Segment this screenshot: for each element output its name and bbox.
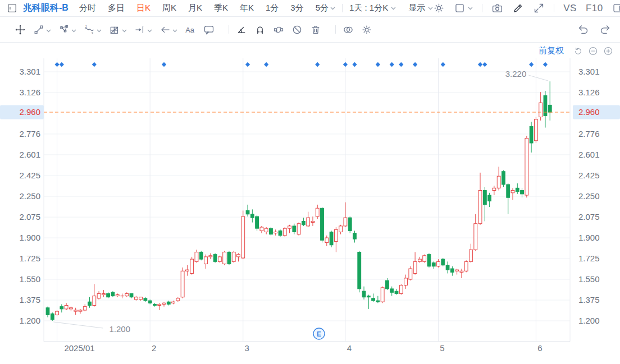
price-adjustment-mode[interactable]: 前复权	[539, 45, 564, 56]
event-marker[interactable]	[60, 62, 64, 67]
candle	[376, 296, 380, 303]
candle	[502, 171, 505, 187]
svg-text:2.960: 2.960	[19, 107, 40, 117]
candle	[325, 236, 329, 246]
candle	[404, 275, 408, 289]
continuous-draw-tool[interactable]	[273, 24, 284, 35]
candle	[111, 291, 115, 297]
event-marker[interactable]	[478, 62, 482, 67]
period-tab-年K[interactable]: 年K	[240, 3, 254, 13]
screenshot-camera[interactable]	[491, 2, 503, 14]
candle	[423, 255, 426, 263]
angle-tool[interactable]	[236, 24, 247, 35]
current-price-tag: 2.960	[0, 105, 44, 119]
price-arrow-tool[interactable]	[134, 24, 152, 35]
vs-compare-button[interactable]: VS	[563, 3, 577, 14]
candle	[65, 303, 68, 310]
candle	[372, 293, 375, 302]
draw-pencil[interactable]	[512, 2, 524, 14]
compare-overlay-tool[interactable]	[343, 24, 354, 35]
f10-info-button[interactable]: F10	[586, 3, 603, 14]
period-tab-多日[interactable]: 多日	[108, 3, 125, 13]
svg-text:1.375: 1.375	[578, 295, 600, 305]
period-tab-周K[interactable]: 周K	[162, 3, 176, 13]
arrow-tool[interactable]	[159, 24, 177, 35]
period-tab-分时[interactable]: 分时	[79, 3, 96, 13]
candle	[511, 188, 514, 200]
wave-count-tool[interactable]: 13	[84, 24, 102, 35]
period-tab-季K[interactable]: 季K	[214, 3, 228, 13]
event-marker[interactable]	[441, 62, 445, 67]
event-marker[interactable]	[54, 62, 59, 67]
magnet-tool[interactable]	[254, 24, 266, 35]
candle	[344, 202, 347, 227]
candle	[256, 215, 259, 231]
event-marker[interactable]	[315, 62, 320, 67]
candle	[83, 304, 86, 311]
event-marker[interactable]	[529, 62, 534, 67]
period-tab-日K[interactable]: 日K	[136, 3, 151, 13]
redo-icon[interactable]	[599, 24, 611, 35]
event-marker[interactable]	[264, 62, 268, 67]
shape-tool[interactable]	[58, 24, 76, 35]
candle	[167, 301, 170, 305]
candle	[307, 212, 310, 227]
event-marker[interactable]	[92, 62, 97, 67]
event-marker[interactable]	[543, 62, 548, 67]
trendline-tool[interactable]	[33, 24, 51, 35]
delete-drawings-tool[interactable]	[310, 24, 321, 35]
candle	[432, 261, 435, 269]
candle	[209, 254, 212, 260]
candle	[321, 207, 324, 242]
gann-fib-tool[interactable]	[109, 24, 127, 35]
svg-text:1.200: 1.200	[19, 316, 40, 325]
event-marker[interactable]	[482, 62, 487, 67]
display-menu[interactable]: 显示	[408, 3, 433, 13]
svg-text:2.960: 2.960	[578, 107, 600, 117]
svg-text:3: 3	[92, 31, 93, 34]
event-marker[interactable]	[390, 62, 394, 67]
fullscreen-expand[interactable]	[533, 2, 545, 14]
hide-drawings-tool[interactable]	[291, 24, 303, 35]
candle	[46, 307, 49, 317]
candle	[507, 183, 510, 214]
right-panel-toggle[interactable]	[612, 2, 620, 14]
period-tab-5分[interactable]: 5分	[316, 3, 335, 13]
period-tab-1分[interactable]: 1分	[266, 3, 279, 13]
candle	[153, 303, 157, 306]
event-marker[interactable]	[376, 62, 380, 67]
event-badge[interactable]: E	[313, 328, 325, 339]
event-marker[interactable]	[352, 62, 357, 67]
event-marker[interactable]	[343, 62, 348, 67]
candle	[455, 269, 459, 275]
reset-zoom-icon[interactable]	[573, 46, 583, 56]
event-marker[interactable]	[245, 62, 250, 67]
candle	[204, 255, 208, 269]
text-tool[interactable]: Aa	[185, 24, 196, 35]
candle	[74, 308, 78, 315]
interval-selector[interactable]: 1天 : 1分K	[349, 3, 396, 13]
zoom-out-icon[interactable]	[588, 46, 598, 56]
event-marker[interactable]	[399, 62, 403, 67]
note-bubble-tool[interactable]	[203, 24, 215, 35]
stock-name[interactable]: 兆科眼科-B	[23, 2, 69, 14]
candle	[302, 218, 306, 226]
window-icon[interactable]	[7, 3, 17, 13]
svg-text:3.126: 3.126	[578, 87, 600, 97]
drawing-settings-tool[interactable]	[361, 24, 372, 35]
period-tab-3分[interactable]: 3分	[290, 3, 303, 13]
candlestick-chart: 3.3013.3013.1263.1262.7762.7762.6012.601…	[0, 43, 620, 364]
candle	[283, 227, 286, 237]
candle	[102, 290, 105, 297]
layout-selector[interactable]	[454, 2, 473, 14]
divider	[554, 4, 554, 12]
period-tab-月K[interactable]: 月K	[188, 3, 202, 13]
event-marker[interactable]	[162, 62, 166, 67]
undo-icon[interactable]	[577, 24, 589, 35]
candle	[460, 269, 463, 278]
event-marker[interactable]	[413, 62, 417, 67]
svg-text:2: 2	[152, 343, 156, 353]
zoom-in-icon[interactable]	[603, 46, 613, 56]
pan-tool[interactable]	[15, 24, 26, 35]
chart-settings-gear[interactable]	[433, 2, 445, 14]
